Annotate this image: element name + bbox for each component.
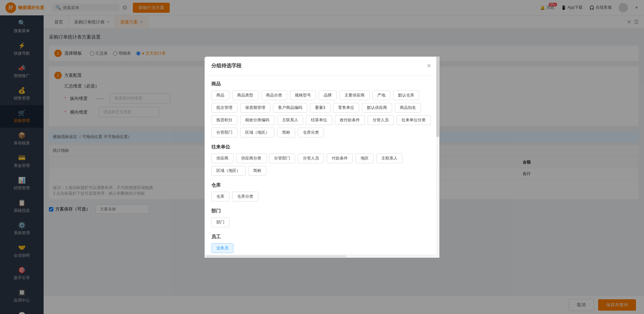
field-tag-area[interactable]: 地区 [356, 153, 374, 163]
field-tag-weight3[interactable]: 重量3 [310, 103, 330, 113]
field-tag-payment-terms[interactable]: 收付款条件 [335, 115, 365, 125]
field-tag-party-dept[interactable]: 分管部门 [269, 153, 295, 163]
modal-vertical-scrollbar[interactable] [436, 57, 439, 258]
field-tag-origin[interactable]: 产地 [372, 90, 390, 100]
modal-horizontal-scrollbar[interactable] [205, 255, 439, 257]
field-tag-region[interactable]: 区域（地区） [240, 128, 274, 137]
field-group-dept-title: 部门 [211, 208, 433, 214]
field-group-warehouse: 仓库 仓库 仓库分类 [211, 182, 433, 201]
field-tag-batch-mgmt[interactable]: 批次管理 [211, 103, 237, 113]
field-tags-dept: 部门 [211, 217, 433, 227]
field-tag-supplier-category[interactable]: 供应商分类 [236, 153, 266, 163]
field-group-product-title: 商品 [211, 81, 433, 87]
field-tag-pick-points[interactable]: 拣货积分 [211, 115, 237, 125]
field-tag-party-staff[interactable]: 分管人员 [298, 153, 324, 163]
field-tags-party: 供应商 供应商分类 分管部门 分管人员 付款条件 地区 主联系人 区域（地区） … [211, 153, 433, 176]
field-tag-manager-staff[interactable]: 分管人员 [368, 115, 394, 125]
field-tag-supplier[interactable]: 供应商 [211, 153, 233, 163]
field-tag-default-warehouse[interactable]: 默认仓库 [393, 90, 419, 100]
field-tag-brand[interactable]: 品牌 [319, 90, 337, 100]
field-tag-product-category[interactable]: 商品分类 [261, 90, 287, 100]
field-tag-product[interactable]: 商品 [211, 90, 229, 100]
field-group-dept: 部门 部门 [211, 208, 433, 227]
modal-overlay: 分组待选字段 ✕ 商品 商品 商品类型 商品分类 规格型号 品牌 主要供应商 产… [0, 0, 644, 314]
field-tag-main-contact-party[interactable]: 主联系人 [376, 153, 402, 163]
field-tag-default-supplier[interactable]: 默认供应商 [362, 103, 392, 113]
field-tag-dept[interactable]: 部门 [211, 217, 229, 227]
field-tags-product: 商品 商品类型 商品分类 规格型号 品牌 主要供应商 产地 默认仓库 批次管理 … [211, 90, 433, 137]
modal-scroll-thumb[interactable] [436, 57, 439, 137]
field-tag-warehouse-cat[interactable]: 仓库分类 [298, 128, 324, 137]
field-group-party-title: 往来单位 [211, 144, 433, 150]
field-tag-spec-model[interactable]: 规格型号 [290, 90, 316, 100]
field-select-modal: 分组待选字段 ✕ 商品 商品 商品类型 商品分类 规格型号 品牌 主要供应商 产… [205, 57, 439, 258]
modal-hscroll-thumb[interactable] [206, 255, 346, 257]
field-tag-warehouse[interactable]: 仓库 [211, 192, 229, 201]
field-tag-payment-condition[interactable]: 付款条件 [327, 153, 353, 163]
field-tag-party-category[interactable]: 往来单位分类 [396, 115, 431, 125]
field-tag-customer-code[interactable]: 客户商品编码 [273, 103, 307, 113]
modal-close-button[interactable]: ✕ [425, 62, 433, 70]
field-tag-main-supplier[interactable]: 主要供应商 [339, 90, 370, 100]
field-tag-settlement-unit[interactable]: 结算单位 [306, 115, 332, 125]
field-tags-employee: 业务员 [211, 243, 433, 253]
modal-scroll-track [436, 57, 439, 258]
field-tag-short-name-party[interactable]: 简称 [248, 166, 266, 176]
field-tag-region-party[interactable]: 区域（地区） [211, 166, 246, 176]
field-tag-retail-unit[interactable]: 零售单位 [333, 103, 359, 113]
field-tag-warehouse-category[interactable]: 仓库分类 [232, 192, 258, 201]
modal-title: 分组待选字段 [211, 63, 241, 69]
field-tag-manage-dept[interactable]: 分管部门 [211, 128, 237, 137]
modal-body[interactable]: 商品 商品 商品类型 商品分类 规格型号 品牌 主要供应商 产地 默认仓库 批次… [205, 76, 439, 255]
field-tag-main-contact[interactable]: 主联系人 [277, 115, 303, 125]
field-tag-salesperson[interactable]: 业务员 [211, 243, 233, 253]
field-tag-tax-code[interactable]: 税收分类编码 [240, 115, 274, 125]
field-tag-product-alias[interactable]: 商品别名 [395, 103, 421, 113]
field-tag-short-name[interactable]: 简称 [277, 128, 295, 137]
field-group-employee: 员工 业务员 [211, 234, 433, 253]
field-group-party: 往来单位 供应商 供应商分类 分管部门 分管人员 付款条件 地区 主联系人 区域… [211, 144, 433, 176]
close-icon: ✕ [427, 63, 431, 69]
modal-header: 分组待选字段 ✕ [205, 57, 439, 76]
field-group-warehouse-title: 仓库 [211, 182, 433, 188]
field-tags-warehouse: 仓库 仓库分类 [211, 192, 433, 201]
field-tag-product-type[interactable]: 商品类型 [232, 90, 258, 100]
field-group-product: 商品 商品 商品类型 商品分类 规格型号 品牌 主要供应商 产地 默认仓库 批次… [211, 81, 433, 137]
field-tag-shelf-life[interactable]: 保质期管理 [240, 103, 270, 113]
field-group-employee-title: 员工 [211, 234, 433, 240]
